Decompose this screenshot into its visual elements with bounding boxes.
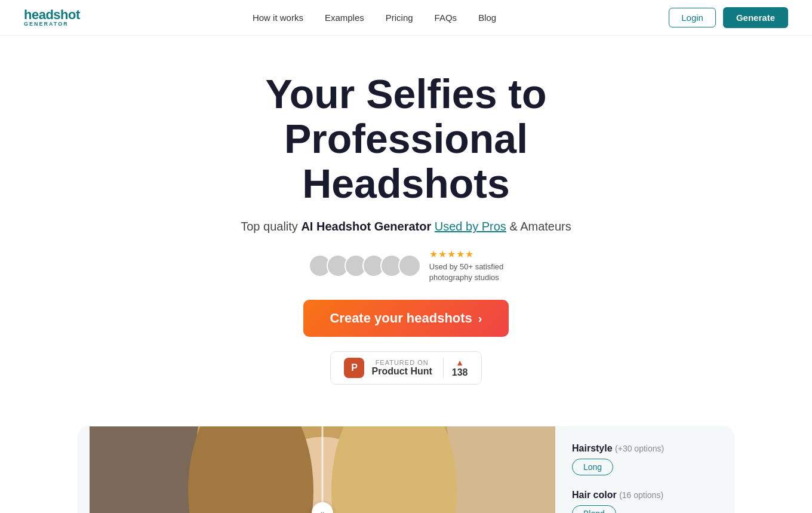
options-panel: Hairstyle (+30 options) Long Hair color … [555, 426, 722, 513]
hair-color-pill[interactable]: Blond [572, 505, 616, 513]
social-proof: ★★★★★ Used by 50+ satisfied photography … [149, 248, 663, 283]
arrow-icon: › [478, 312, 482, 325]
nav-pricing[interactable]: Pricing [386, 13, 413, 23]
before-after-image: Before After ‹› [90, 426, 555, 513]
nav-actions: Login Generate [669, 7, 788, 28]
hairstyle-option: Hairstyle (+30 options) Long [572, 443, 706, 475]
product-hunt-badge[interactable]: P FEATURED ON Product Hunt ▲ 138 [330, 351, 481, 385]
nav-how-it-works[interactable]: How it works [253, 13, 303, 23]
demo-section: Before After ‹› Hairstyle (+30 options) … [78, 426, 734, 513]
before-after-container: Before After ‹› [90, 426, 555, 513]
logo-text: headshot [24, 8, 80, 21]
create-headshots-button[interactable]: Create your headshots › [303, 300, 508, 337]
star-rating: ★★★★★ [429, 248, 504, 261]
before-label-area: Before [90, 426, 322, 513]
divider-icon: ‹› [320, 509, 325, 513]
avatar [398, 254, 421, 277]
used-by-pros-link[interactable]: Used by Pros [435, 220, 506, 233]
logo-sub: GENERATOR [24, 21, 80, 27]
navbar: headshot GENERATOR How it works Examples… [0, 0, 812, 36]
hero-headline: Your Selfies to Professional Headshots [149, 72, 663, 205]
cta-area: Create your headshots › [149, 300, 663, 351]
nav-examples[interactable]: Examples [325, 13, 364, 23]
upvote-triangle-icon: ▲ [456, 358, 464, 367]
after-label-area: After [322, 426, 555, 513]
nav-faqs[interactable]: FAQs [435, 13, 457, 23]
social-text: ★★★★★ Used by 50+ satisfied photography … [429, 248, 504, 283]
product-hunt-upvote: ▲ 138 [443, 358, 468, 378]
nav-blog[interactable]: Blog [478, 13, 496, 23]
product-hunt-icon: P [344, 358, 364, 378]
product-hunt-text: FEATURED ON Product Hunt [371, 359, 432, 377]
hero-section: Your Selfies to Professional Headshots T… [137, 36, 675, 426]
hairstyle-pill[interactable]: Long [572, 459, 613, 475]
avatar-group [309, 254, 421, 277]
hero-subtext: Top quality AI Headshot Generator Used b… [149, 220, 663, 234]
hair-color-option: Hair color (16 options) Blond [572, 490, 706, 513]
logo[interactable]: headshot GENERATOR [24, 8, 80, 27]
nav-links: How it works Examples Pricing FAQs Blog [253, 13, 496, 23]
login-button[interactable]: Login [669, 8, 716, 27]
generate-button[interactable]: Generate [723, 7, 788, 28]
